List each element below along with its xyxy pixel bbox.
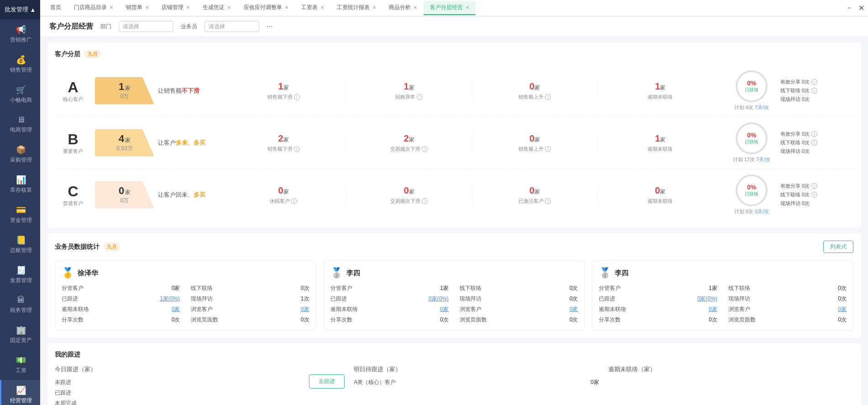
info-icon[interactable]: i <box>811 131 817 137</box>
sp-name-1: 李四 <box>346 269 360 278</box>
followup-label: 本周完成 <box>55 400 77 405</box>
tab-product-analysis[interactable]: 商品分析 ✕ <box>382 1 424 15</box>
filter-more-icon[interactable]: ··· <box>267 22 272 31</box>
sales-select[interactable]: 请选择 <box>204 21 259 32</box>
tab-payroll[interactable]: 工资表 ✕ <box>295 1 330 15</box>
dept-select[interactable]: 请选择 <box>119 21 173 32</box>
sp-label: 浏览页面数 <box>460 316 487 324</box>
info-icon[interactable]: i <box>545 198 551 204</box>
info-icon[interactable]: i <box>294 146 300 152</box>
sp-label: 浏览页面数 <box>728 316 756 324</box>
tier-c-stat1-num: 0 <box>404 185 409 195</box>
tab-payable[interactable]: 应收应付调整单 ✕ <box>237 1 295 15</box>
tab-sales-close[interactable]: ✕ <box>145 5 149 10</box>
sp-val: 1家 <box>440 284 449 292</box>
sp-val[interactable]: 0家 <box>301 305 309 313</box>
tab-payable-close[interactable]: ✕ <box>285 5 288 10</box>
tab-customer-tier-close[interactable]: ✕ <box>465 5 469 10</box>
info-icon[interactable]: i <box>811 192 817 198</box>
tier-a-plan-link[interactable]: 7天/次 <box>755 105 769 110</box>
sidebar-item-zhanghu[interactable]: 📒 总账管理 <box>0 230 40 260</box>
sidebar-item-label: 工资 <box>1 367 40 374</box>
sidebar-item-xiaochang[interactable]: 🛒 小畅电商 <box>0 79 40 110</box>
goto-followup-button[interactable]: 去跟进 <box>309 374 345 389</box>
tab-sales[interactable]: 销货单 ✕ <box>120 1 155 15</box>
followup-label: 未跟进 <box>55 379 71 386</box>
sidebar-item-yingxiao[interactable]: 📢 营销推广 <box>0 19 40 49</box>
tab-voucher[interactable]: 生成凭证 ✕ <box>196 1 237 15</box>
sp-val[interactable]: 0家(0%) <box>429 295 449 303</box>
info-icon[interactable]: i <box>294 94 300 100</box>
content-area: 客户分层经营 部门 请选择 业务员 请选择 ··· 客户分层 九月 A 核心客户 <box>40 16 868 405</box>
info-icon[interactable]: i <box>422 198 428 204</box>
info-icon[interactable]: i <box>811 183 817 189</box>
tier-c-plan-link[interactable]: 0天/次 <box>755 209 769 214</box>
sp-val[interactable]: 0家 <box>570 305 578 313</box>
info-icon[interactable]: i <box>811 79 817 85</box>
customer-tier-section: 客户分层 九月 A 核心客户 1 家 0万 <box>47 42 861 228</box>
sp-val[interactable]: 0家 <box>172 305 180 313</box>
sidebar-item-jingying[interactable]: 📈 经营管理 <box>0 380 40 405</box>
info-icon[interactable]: i <box>811 140 817 146</box>
sidebar-item-xiaoshou[interactable]: 💰 销售管理 <box>0 49 40 79</box>
tab-voucher-close[interactable]: ✕ <box>227 5 231 10</box>
sidebar-item-guding[interactable]: 🏢 固定资产 <box>0 320 40 350</box>
sidebar-item-label: 经营管理 <box>1 397 40 405</box>
tier-b-stat-2: 0家 销售额上升i <box>472 133 598 153</box>
sidebar-item-shuiwu[interactable]: 🏛 税务管理 <box>0 290 40 320</box>
sp-val: 1家 <box>709 284 717 292</box>
sidebar-item-kucun[interactable]: 📊 库存核算 <box>0 169 40 200</box>
window-close-icon[interactable]: ✕ <box>858 4 864 12</box>
info-icon[interactable]: i <box>422 146 428 152</box>
tier-b-slogan: 让客户多来、多买 <box>158 139 217 147</box>
tab-store-manage-close[interactable]: ✕ <box>186 5 190 10</box>
tab-home-label: 首页 <box>50 4 61 11</box>
sidebar-item-label: 采购管理 <box>1 156 40 164</box>
info-icon[interactable]: i <box>545 146 551 152</box>
sidebar-item-gongzi[interactable]: 💵 工资 <box>0 350 40 380</box>
followup-row: 已跟进 <box>55 388 300 398</box>
sp-stat-row: 已跟进 0家(0%) <box>330 295 449 303</box>
tier-c-contact: 0% 已联络 计划 0次 0天/次 <box>727 174 777 215</box>
salesperson-title: 业务员数据统计 九月 <box>55 242 120 251</box>
sp-stat-row: 线下联络 0次 <box>728 284 847 292</box>
sp-val[interactable]: 0家 <box>440 305 449 313</box>
sp-stat-row: 浏览页面数 0次 <box>191 316 309 324</box>
tier-a-stat0-num: 1 <box>278 81 283 91</box>
tier-c-stat2-num: 0 <box>529 185 534 195</box>
tab-product-analysis-close[interactable]: ✕ <box>413 5 417 10</box>
sp-label: 浏览客户 <box>460 305 481 313</box>
tab-payroll-report[interactable]: 工资统计报表 ✕ <box>330 1 382 15</box>
sidebar-logo[interactable]: 批发管理 ▲ <box>0 0 40 19</box>
sp-val: 0次 <box>570 295 578 303</box>
tab-payroll-report-close[interactable]: ✕ <box>372 5 376 10</box>
tab-store-manage[interactable]: 店铺管理 ✕ <box>155 1 196 15</box>
tab-customer-tier[interactable]: 客户分层经营 ✕ <box>424 1 476 15</box>
list-view-button[interactable]: 列表式 <box>823 241 853 253</box>
tab-home[interactable]: 首页 <box>44 1 68 15</box>
tab-payroll-close[interactable]: ✕ <box>320 5 324 10</box>
sp-val[interactable]: 0家 <box>709 305 717 313</box>
tab-bar-end: － ✕ <box>846 3 864 13</box>
sidebar-item-dianshang[interactable]: 🖥 电商管理 <box>0 110 40 139</box>
sp-val[interactable]: 0家(0%) <box>697 295 717 303</box>
tier-b-plan-link[interactable]: 7天/次 <box>756 157 770 162</box>
sidebar-expand-icon[interactable]: ▲ <box>30 6 36 13</box>
info-icon[interactable]: i <box>291 198 297 204</box>
tab-store-catalog[interactable]: 门店商品目录 ✕ <box>68 1 120 15</box>
sp-val[interactable]: 1家(0%) <box>160 295 180 303</box>
gongzi-icon: 💵 <box>1 355 40 365</box>
sidebar-item-caigou[interactable]: 📦 采购管理 <box>0 139 40 169</box>
sidebar-item-zijin[interactable]: 💳 资金管理 <box>0 200 40 230</box>
followup-tomorrow-col: 明日待跟进（家） A类（核心）客户 0家 <box>354 365 599 388</box>
customer-tier-title: 客户分层 九月 <box>55 50 853 58</box>
window-minimize-icon[interactable]: － <box>846 3 853 13</box>
sp-val: 0次 <box>570 284 578 292</box>
tab-store-manage-label: 店铺管理 <box>162 4 183 11</box>
tab-store-catalog-close[interactable]: ✕ <box>110 5 113 10</box>
sp-val[interactable]: 0家 <box>838 305 847 313</box>
info-icon[interactable]: i <box>417 94 423 100</box>
info-icon[interactable]: i <box>811 88 817 94</box>
info-icon[interactable]: i <box>545 94 551 100</box>
sidebar-item-fapiao[interactable]: 🧾 发票管理 <box>0 260 40 290</box>
